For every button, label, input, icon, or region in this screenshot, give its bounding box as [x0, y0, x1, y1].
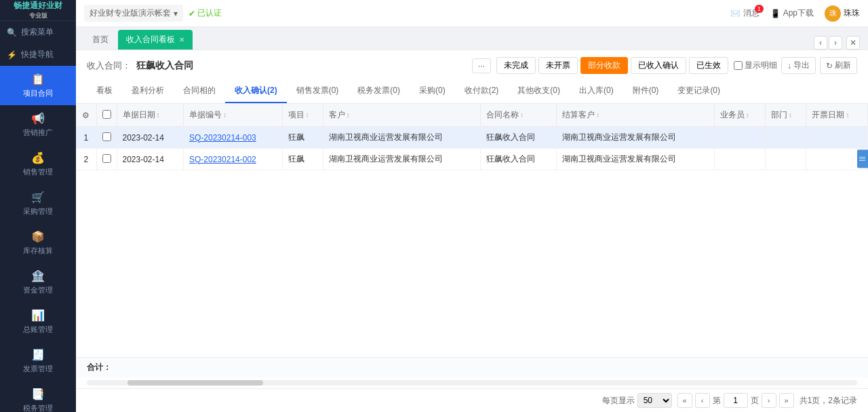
row-orderno-link-1[interactable]: SQ-20230214-002: [189, 155, 256, 164]
sub-tab-合同相的[interactable]: 合同相的: [174, 79, 225, 103]
sub-tab-采购[interactable]: 采购(0): [410, 79, 455, 103]
main-content: 好业财专业版演示帐套 ▾ ✔ 已认证 ✉️ 1 消息 📱 App下载 珠: [76, 0, 868, 412]
table-row: 1 2023-02-14 SQ-20230214-003 狂飙 湖南卫视商业运营…: [76, 127, 868, 149]
company-dropdown-icon: ▾: [174, 9, 178, 18]
page-input[interactable]: [724, 393, 748, 408]
user-profile[interactable]: 珠 珠珠: [825, 5, 860, 22]
table-container: ⚙ 单据日期↕ 单据编号↕ 项目↕ 客户↕ 合同名称↕ 结算客户↕ 业务员↕: [76, 104, 868, 357]
sub-tab-收入确认[interactable]: 收入确认(2): [225, 79, 287, 103]
sidebar: 畅捷通好业财 专业版 🔍 搜索菜单 ⚡ 快捷导航 📋项目合同📢营销推广💰销售管理…: [0, 0, 76, 412]
table-header-row: ⚙ 单据日期↕ 单据编号↕ 项目↕ 客户↕ 合同名称↕ 结算客户↕ 业务员↕: [76, 104, 868, 127]
sidebar-item-资金管理[interactable]: 🏦资金管理: [0, 263, 76, 302]
tab-income-contract-close[interactable]: ✕: [179, 36, 184, 43]
settings-icon[interactable]: ⚙: [82, 111, 90, 120]
horizontal-scrollbar-track[interactable]: [87, 380, 857, 386]
page-title-value: 狂飙收入合同: [136, 60, 193, 72]
row-cb-1: [96, 149, 117, 170]
sidebar-item-库存核算[interactable]: 📦库存核算: [0, 223, 76, 263]
prev-page-btn[interactable]: ‹: [695, 393, 710, 408]
sort-date-icon: ↕: [157, 111, 160, 119]
page-label: 第: [713, 395, 721, 407]
next-page-btn[interactable]: ›: [762, 393, 776, 408]
row-settle-1: 湖南卫视商业运营发展有限公司: [557, 149, 715, 170]
sub-tab-看板[interactable]: 看板: [87, 79, 122, 103]
sub-tab-税务发票[interactable]: 税务发票(0): [348, 79, 410, 103]
sidebar-item-总账管理[interactable]: 📊总账管理: [0, 302, 76, 341]
user-avatar: 珠: [825, 5, 841, 22]
page-header: 收入合同： 狂飙收入合同 ··· 未完成未开票部分收款已收入确认已生效 显示明细…: [76, 50, 868, 74]
sidebar-item-销售管理[interactable]: 💰销售管理: [0, 145, 76, 184]
col-order-no: 单据编号↕: [184, 104, 282, 127]
sort-customer-icon: ↕: [347, 111, 350, 119]
row-orderno-1: SQ-20230214-002: [184, 149, 282, 170]
col-department: 部门↕: [766, 104, 806, 127]
sub-tab-销售发票[interactable]: 销售发票(0): [287, 79, 349, 103]
tab-home[interactable]: 首页: [84, 30, 117, 50]
sort-invoicedate-icon: ↕: [846, 111, 849, 119]
row-checkbox-1[interactable]: [102, 154, 111, 163]
sidebar-icon-1: 📢: [31, 112, 45, 125]
sub-tab-收付款[interactable]: 收付款(2): [455, 79, 509, 103]
refresh-button[interactable]: ↻ 刷新: [820, 57, 857, 74]
status-btn-0[interactable]: 未完成: [496, 57, 536, 74]
first-page-btn[interactable]: «: [677, 393, 692, 408]
sidebar-icon-7: 🧾: [31, 348, 45, 361]
page-title: 收入合同： 狂飙收入合同: [87, 60, 193, 72]
sidebar-item-项目合同[interactable]: 📋项目合同: [0, 66, 76, 105]
company-selector[interactable]: 好业财专业版演示帐套 ▾: [84, 5, 183, 22]
sub-tab-其他收支[interactable]: 其他收支(0): [508, 79, 570, 103]
per-page-select[interactable]: 50 20 100: [637, 393, 672, 408]
col-invoice-date: 开票日期↕: [806, 104, 868, 127]
total-label: 合计：: [87, 362, 111, 372]
horizontal-scrollbar-thumb[interactable]: [127, 380, 263, 386]
col-checkbox: [96, 104, 117, 127]
download-icon: 📱: [770, 9, 781, 18]
app-download-button[interactable]: 📱 App下载: [770, 7, 814, 19]
page-header-actions: ··· 未完成未开票部分收款已收入确认已生效 显示明细 ↓ 导出 ↻: [472, 57, 857, 74]
status-btn-1[interactable]: 未开票: [538, 57, 578, 74]
row-orderno-link-0[interactable]: SQ-20230214-003: [189, 133, 256, 143]
sub-tab-变更记录[interactable]: 变更记录(0): [668, 79, 730, 103]
sidebar-label-1: 营销推广: [23, 128, 53, 138]
status-btn-2[interactable]: 部分收款: [580, 57, 628, 74]
notif-badge: 1: [755, 5, 764, 13]
sub-tab-出入库[interactable]: 出入库(0): [570, 79, 623, 103]
sidebar-search[interactable]: 🔍 搜索菜单: [0, 21, 76, 43]
right-panel-toggle[interactable]: |||: [857, 149, 868, 168]
pagination: 每页显示 50 20 100 « ‹ 第 页 › » 共1页，2条记录: [76, 388, 868, 412]
verified-check-icon: ✔: [189, 9, 195, 18]
sidebar-item-营销推广[interactable]: 📢营销推广: [0, 105, 76, 145]
more-button[interactable]: ···: [472, 58, 491, 73]
tab-home-label: 首页: [92, 34, 108, 45]
sidebar-quick-nav[interactable]: ⚡ 快捷导航: [0, 43, 76, 66]
row-salesman-1: [714, 149, 765, 170]
messages-button[interactable]: ✉️ 1 消息: [730, 7, 760, 19]
user-name-label: 珠珠: [844, 7, 860, 19]
sidebar-label-5: 资金管理: [23, 285, 53, 295]
select-all-checkbox[interactable]: [102, 110, 111, 119]
show-details-checkbox[interactable]: [734, 61, 743, 70]
show-details-toggle[interactable]: 显示明细: [734, 60, 777, 71]
sidebar-item-税务管理[interactable]: 📑税务管理: [0, 381, 76, 412]
nav-next-btn[interactable]: ›: [829, 36, 842, 50]
sub-tab-附件[interactable]: 附件(0): [623, 79, 669, 103]
sidebar-item-发票管理[interactable]: 🧾发票管理: [0, 341, 76, 381]
row-contract-0: 狂飙收入合同: [481, 127, 557, 149]
sub-tab-盈利分析[interactable]: 盈利分析: [122, 79, 174, 103]
last-page-btn[interactable]: »: [779, 393, 794, 408]
nav-prev-btn[interactable]: ‹: [814, 36, 827, 50]
row-checkbox-0[interactable]: [102, 132, 111, 141]
sidebar-item-采购管理[interactable]: 🛒采购管理: [0, 184, 76, 223]
row-settle-0: 湖南卫视商业运营发展有限公司: [557, 127, 715, 149]
status-btn-4[interactable]: 已生效: [689, 57, 728, 74]
col-contract: 合同名称↕: [481, 104, 557, 127]
status-btn-3[interactable]: 已收入确认: [631, 57, 686, 74]
nav-close-btn[interactable]: ✕: [846, 36, 860, 50]
export-button[interactable]: ↓ 导出: [781, 57, 816, 74]
row-customer-0: 湖南卫视商业运营发展有限公司: [323, 127, 481, 149]
sort-salesman-icon: ↕: [746, 111, 749, 119]
tab-income-contract[interactable]: 收入合同看板 ✕: [118, 30, 193, 50]
row-orderno-0: SQ-20230214-003: [184, 127, 282, 149]
sidebar-label-3: 采购管理: [23, 206, 53, 217]
search-icon: 🔍: [7, 28, 17, 37]
